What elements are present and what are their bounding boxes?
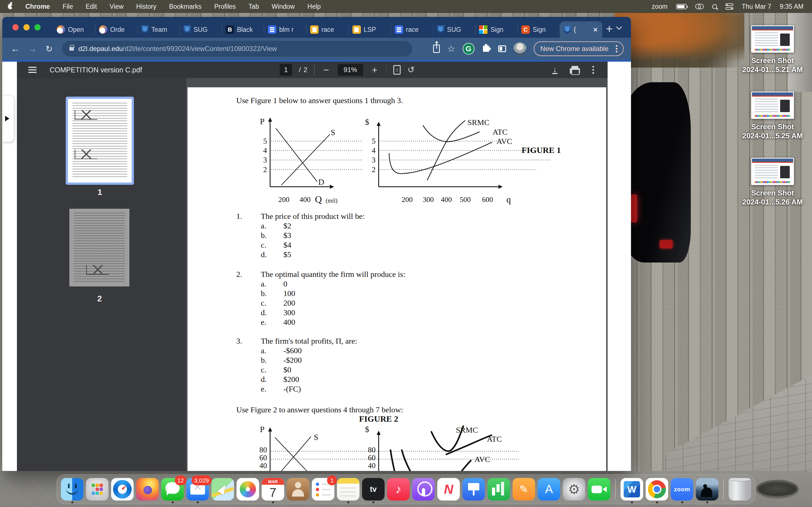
dock-app-icon[interactable] <box>488 478 510 501</box>
bookmark-star-icon[interactable] <box>447 44 455 53</box>
tab-list-chevron-icon[interactable] <box>616 25 621 30</box>
screen-mirroring-icon[interactable] <box>695 4 704 9</box>
dock-app-icon[interactable] <box>136 478 159 501</box>
download-icon[interactable] <box>552 66 558 74</box>
browser-tab[interactable]: SUG <box>434 21 476 38</box>
browser-tab[interactable]: Sign <box>475 21 518 38</box>
dock-app-icon[interactable] <box>696 478 718 501</box>
app-icon-art: A <box>538 478 560 501</box>
dock-app-icon[interactable]: ♪ <box>387 478 410 501</box>
address-bar[interactable]: d2l.depaul.edu/d2l/le/content/993024/vie… <box>62 41 412 57</box>
menu-item[interactable]: File <box>63 3 73 10</box>
dock-app-icon[interactable] <box>237 478 259 501</box>
dock-app-icon[interactable] <box>337 478 359 501</box>
pdf-page-input[interactable]: 1 <box>280 64 292 76</box>
apple-logo-icon[interactable] <box>8 4 13 9</box>
zoom-out-button[interactable]: − <box>321 65 331 75</box>
dock-app-icon[interactable] <box>588 478 610 501</box>
svg-text:200: 200 <box>278 195 290 204</box>
menu-item[interactable]: Profiles <box>214 3 236 10</box>
dock-app-icon[interactable]: ✎ <box>513 478 535 501</box>
menu-bar-time[interactable]: 9:35 AM <box>780 3 804 10</box>
menu-item[interactable]: View <box>110 3 123 10</box>
browser-tab[interactable]: race <box>391 21 434 38</box>
menu-item[interactable]: Help <box>307 3 320 10</box>
dock-app-icon[interactable]: 1 <box>312 478 335 501</box>
page-1-thumbnail[interactable] <box>66 97 134 185</box>
dock-trash-icon[interactable] <box>728 478 751 501</box>
pdf-menu-icon[interactable] <box>28 66 37 73</box>
forward-button[interactable] <box>26 43 38 55</box>
menu-item[interactable]: Bookmarks <box>169 3 202 10</box>
dock-app-icon[interactable] <box>86 478 109 501</box>
reload-button[interactable] <box>43 43 55 55</box>
close-window-button[interactable] <box>12 24 18 31</box>
zoom-menu-label[interactable]: zoom <box>652 3 668 10</box>
menu-item[interactable]: History <box>136 3 156 10</box>
tab-close-icon[interactable] <box>592 26 599 33</box>
browser-tab[interactable]: race <box>306 21 349 38</box>
dock-app-icon[interactable] <box>61 478 84 501</box>
grammarly-extension-icon[interactable]: G <box>463 43 474 55</box>
battery-icon[interactable] <box>676 4 687 9</box>
new-tab-button[interactable] <box>602 21 616 38</box>
print-icon[interactable] <box>570 68 580 74</box>
desktop-screenshot-icon[interactable]: Screen Shot 2024-01...5.25 AM <box>742 92 803 140</box>
pdf-more-options-icon[interactable] <box>592 69 594 71</box>
fullscreen-window-button[interactable] <box>35 24 41 31</box>
desktop-screenshot-icon[interactable]: Screen Shot 2024-01...5.26 AM <box>742 158 803 207</box>
menu-bar-date[interactable]: Thu Mar 7 <box>742 3 771 10</box>
dock-app-icon[interactable]: N <box>437 478 460 501</box>
browser-tab[interactable]: Black <box>222 21 264 38</box>
menu-bar-status: zoom Thu Mar 7 9:35 AM <box>652 3 812 10</box>
profile-avatar[interactable] <box>513 42 526 55</box>
dock-app-icon[interactable]: MAR 7 <box>262 478 284 501</box>
dock-app-icon[interactable]: 12 <box>161 478 184 501</box>
menu-item[interactable]: Edit <box>86 3 97 10</box>
zoom-in-button[interactable]: + <box>370 65 379 75</box>
dock-app-icon[interactable] <box>462 478 485 501</box>
dock-app-icon[interactable]: ⚙ <box>563 478 585 501</box>
dock-app-icon[interactable] <box>412 478 435 501</box>
dock-app-icon[interactable] <box>211 478 234 501</box>
collapsed-panel-toggle[interactable] <box>2 95 14 142</box>
browser-tab[interactable]: Orde <box>95 21 138 38</box>
dock-app-icon[interactable] <box>646 478 668 501</box>
browser-tab[interactable]: Team <box>138 21 180 38</box>
dock-app-icon[interactable] <box>111 478 134 501</box>
browser-tab[interactable]: SUG <box>180 21 222 38</box>
menu-item[interactable]: Chrome <box>26 3 50 10</box>
control-center-icon[interactable] <box>725 3 733 10</box>
dock-app-icon[interactable]: zoom <box>671 478 693 501</box>
update-chrome-button[interactable]: New Chrome available <box>534 41 624 56</box>
fit-to-page-icon[interactable] <box>393 65 401 75</box>
spotlight-search-icon[interactable] <box>712 4 717 9</box>
pdf-zoom-level[interactable]: 91% <box>338 64 363 76</box>
menu-item[interactable]: Window <box>271 3 295 10</box>
pdf-thumbnail-sidebar: 1 2 <box>17 78 186 471</box>
minimize-window-button[interactable] <box>23 24 30 31</box>
page-2-label: 2 <box>65 294 134 303</box>
menu-item[interactable]: Tab <box>248 3 259 10</box>
back-button[interactable] <box>9 43 21 55</box>
dock-app-icon[interactable] <box>287 478 309 501</box>
dock-app-icon[interactable]: A <box>538 478 560 501</box>
extensions-puzzle-icon[interactable] <box>483 46 489 52</box>
browser-tab[interactable]: ( <box>560 21 602 38</box>
side-panel-icon[interactable] <box>498 45 506 52</box>
desktop-screenshot-icon[interactable]: Screen Shot 2024-01...5.21 AM <box>742 25 803 74</box>
browser-tab[interactable]: Sign <box>518 21 560 38</box>
dock-app-icon[interactable]: tv <box>362 478 385 501</box>
rotate-page-icon[interactable] <box>407 66 414 74</box>
page-2-thumbnail[interactable] <box>69 209 130 286</box>
svg-text:200: 200 <box>402 195 413 204</box>
browser-tab[interactable]: LSP <box>349 21 391 38</box>
share-icon[interactable] <box>433 45 440 53</box>
svg-text:S: S <box>314 433 318 442</box>
dock-app-icon[interactable]: 3,029 <box>186 478 209 501</box>
browser-tab[interactable]: blm r <box>264 21 306 38</box>
browser-tab[interactable]: Open <box>53 21 95 38</box>
dock-app-icon[interactable]: W <box>620 478 643 501</box>
browser-menu-kebab-icon[interactable] <box>616 48 617 50</box>
lock-icon[interactable] <box>69 47 74 51</box>
